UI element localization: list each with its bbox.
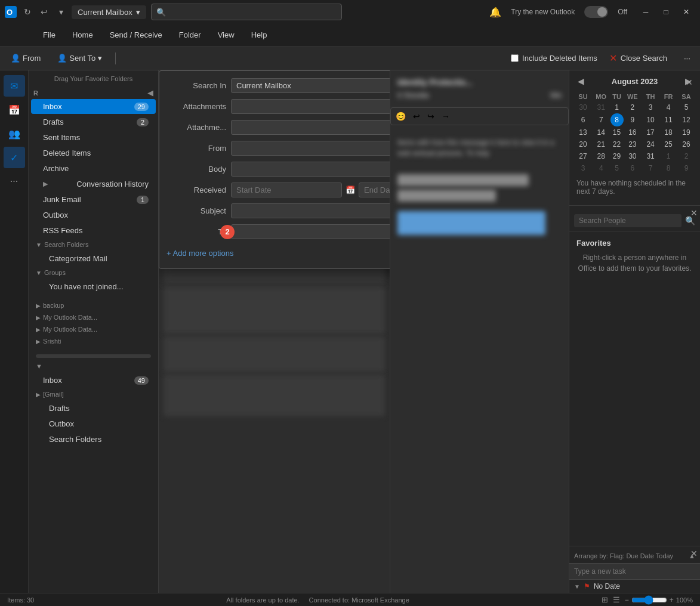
folder-sent-items[interactable]: Sent Items — [31, 130, 156, 145]
start-cal-icon[interactable]: 📅 — [346, 185, 355, 194]
subject-input[interactable] — [231, 203, 390, 218]
nav-calendar[interactable]: 📅 — [4, 99, 25, 120]
cal-day[interactable]: 7 — [592, 113, 610, 126]
cal-day[interactable]: 30 — [574, 101, 592, 113]
reading-icon-btn[interactable]: ⊞ — [602, 595, 608, 604]
cal-day[interactable]: 30 — [624, 150, 642, 162]
cal-day[interactable]: 4 — [659, 101, 677, 113]
menu-view[interactable]: View — [211, 28, 242, 42]
attachments-select[interactable] — [231, 99, 390, 114]
people-search-input[interactable] — [574, 214, 682, 227]
cal-day[interactable]: 16 — [624, 126, 642, 138]
maximize-button[interactable]: □ — [657, 4, 675, 20]
srishti-header[interactable]: ▶ Srishti — [29, 335, 158, 347]
menu-help[interactable]: Help — [244, 28, 275, 42]
folder-inbox2[interactable]: Inbox 49 — [31, 373, 156, 388]
cal-day[interactable]: 5 — [677, 101, 695, 113]
emoji-btn[interactable]: 😊 — [393, 110, 408, 122]
tasks-close-button[interactable]: ✕ — [690, 549, 698, 558]
menu-file[interactable]: File — [36, 28, 63, 42]
folder-inbox[interactable]: Inbox 29 — [31, 99, 156, 114]
cal-day[interactable]: 31 — [592, 101, 610, 113]
cal-day[interactable]: 10 — [642, 113, 659, 126]
nav-more[interactable]: ··· — [4, 171, 25, 192]
zoom-slider[interactable] — [631, 595, 667, 605]
cal-day[interactable]: 5 — [610, 162, 624, 174]
cal-day[interactable]: 12 — [677, 113, 695, 126]
cal-day[interactable]: 26 — [677, 138, 695, 150]
collapse-sidebar-button[interactable]: ◀ — [147, 88, 153, 97]
cal-day[interactable]: 3 — [574, 162, 592, 174]
sent-to-button[interactable]: 👤 Sent To ▾ — [51, 51, 107, 65]
outlook-data2-header[interactable]: ▶ My Outlook Data... — [29, 323, 158, 335]
backup-header[interactable]: ▶ backup — [29, 299, 158, 311]
expand-icon[interactable]: ▼ — [29, 360, 158, 372]
redo-dropdown-icon[interactable]: ▾ — [55, 6, 67, 18]
folder-archive[interactable]: Archive — [31, 161, 156, 176]
folder-search2[interactable]: Search Folders — [31, 432, 156, 447]
cal-day[interactable]: 19 — [677, 126, 695, 138]
undo-emoji-btn[interactable]: ↩ — [411, 110, 423, 122]
folder-outbox2[interactable]: Outbox — [31, 416, 156, 431]
cal-day[interactable]: 2 — [677, 150, 695, 162]
cal-day[interactable]: 27 — [574, 150, 592, 162]
cal-day[interactable]: 25 — [659, 138, 677, 150]
nav-people[interactable]: 👥 — [4, 123, 25, 144]
cal-day[interactable]: 6 — [574, 113, 592, 126]
zoom-in-button[interactable]: + — [670, 596, 674, 604]
add-more-options-button[interactable]: + Add more options — [166, 246, 233, 260]
folder-conversation-history[interactable]: ▶ Conversation History — [31, 177, 156, 191]
start-date-input[interactable] — [231, 183, 342, 197]
cal-day[interactable]: 29 — [610, 150, 624, 162]
title-search-box[interactable]: 🔍 — [151, 4, 342, 20]
from-button[interactable]: 👤 From — [5, 51, 47, 65]
cal-day[interactable]: 2 — [624, 101, 642, 113]
undo2-emoji-btn[interactable]: ↪ — [425, 110, 437, 122]
folder-rss-feeds[interactable]: RSS Feeds — [31, 223, 156, 238]
nav-mail[interactable]: ✉ — [4, 75, 25, 97]
cal-day[interactable]: 22 — [610, 138, 624, 150]
more-options-button[interactable]: ··· — [679, 51, 695, 65]
zoom-out-button[interactable]: − — [625, 596, 629, 604]
cal-day[interactable]: 17 — [642, 126, 659, 138]
cal-day[interactable]: 8 — [610, 113, 624, 126]
folder-drafts[interactable]: Drafts 2 — [31, 115, 156, 129]
refresh-icon[interactable]: ↻ — [21, 6, 33, 18]
cal-day[interactable]: 13 — [574, 126, 592, 138]
to-input[interactable] — [231, 224, 390, 239]
cal-day[interactable]: 20 — [574, 138, 592, 150]
new-outlook-toggle[interactable] — [584, 6, 608, 18]
folder-deleted-items[interactable]: Deleted Items — [31, 146, 156, 160]
new-task-input[interactable] — [569, 563, 700, 580]
gmail-header[interactable]: ▶ [Gmail] — [29, 388, 158, 400]
close-search-button[interactable]: ✕ Close Search — [602, 50, 674, 66]
cal-day[interactable]: 11 — [659, 113, 677, 126]
calendar-prev-button[interactable]: ◀ — [574, 75, 588, 87]
cal-day[interactable]: 14 — [592, 126, 610, 138]
cal-day[interactable]: 7 — [642, 162, 659, 174]
groups-header[interactable]: ▼ Groups — [29, 267, 158, 279]
from-input[interactable] — [231, 141, 390, 156]
cal-day[interactable]: 21 — [592, 138, 610, 150]
cal-day[interactable]: 24 — [642, 138, 659, 150]
close-button[interactable]: ✕ — [677, 4, 695, 20]
end-date-input[interactable] — [359, 183, 390, 197]
calendar-close-button[interactable]: ✕ — [686, 78, 693, 87]
cal-day[interactable]: 31 — [642, 150, 659, 162]
include-deleted-checkbox[interactable] — [511, 54, 519, 62]
menu-send-receive[interactable]: Send / Receive — [103, 28, 169, 42]
cal-day[interactable]: 1 — [610, 101, 624, 113]
cal-day[interactable]: 28 — [592, 150, 610, 162]
forward-emoji-btn[interactable]: → — [439, 110, 452, 122]
cal-day[interactable]: 9 — [677, 162, 695, 174]
folder-outbox[interactable]: Outbox — [31, 208, 156, 222]
cal-day[interactable]: 15 — [610, 126, 624, 138]
menu-home[interactable]: Home — [65, 28, 100, 42]
minimize-button[interactable]: ─ — [637, 4, 655, 20]
cal-day[interactable]: 9 — [624, 113, 642, 126]
cal-day[interactable]: 6 — [624, 162, 642, 174]
compact-icon-btn[interactable]: ☰ — [613, 595, 620, 604]
body-input[interactable] — [231, 162, 390, 177]
folder-junk-email[interactable]: Junk Email 1 — [31, 192, 156, 207]
people-close-button[interactable]: ✕ — [690, 208, 698, 218]
